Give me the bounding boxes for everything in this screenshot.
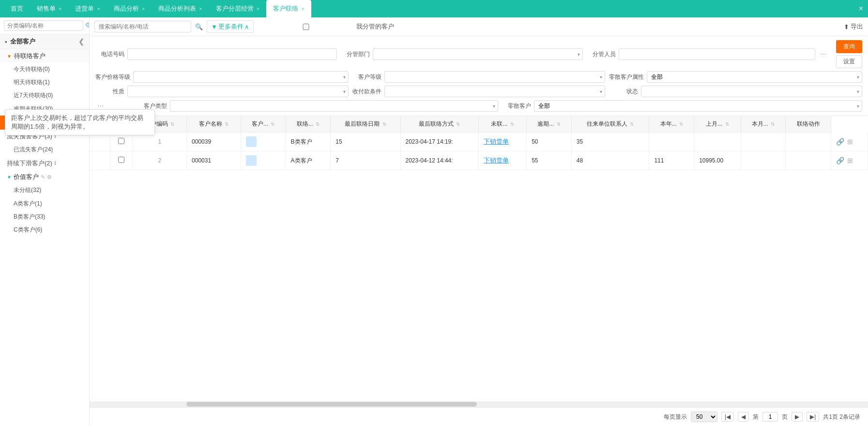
close-icon[interactable]: ×: [199, 6, 202, 12]
sidebar-group-waiting[interactable]: ▼ 待联络客户: [0, 49, 89, 63]
nav-item-sales[interactable]: 销售单 ×: [30, 0, 68, 17]
filter-bar: 🔍 ▼ 更多条件 ∧ 我分管的客户 ⬆ 导出: [90, 17, 868, 36]
close-icon[interactable]: ×: [142, 6, 145, 12]
sidebar-item-declining[interactable]: 持续下滑客户(2) ℹ: [0, 157, 89, 171]
filter-cell-customer-type: 客户类型 ▾: [138, 100, 498, 112]
horizontal-scrollbar[interactable]: [90, 401, 868, 407]
row-checkbox[interactable]: [118, 157, 124, 163]
close-icon[interactable]: ×: [301, 6, 304, 12]
overdue-header[interactable]: 逾期... ⇅: [527, 116, 572, 132]
sidebar-item-tomorrow[interactable]: 明天待联络(1): [0, 76, 89, 89]
customer-table: ⚙ 客户编码 ⇅ 客户名称 ⇅ 客户... ⇅ 联络... ⇅ 最后联络日期 ⇅…: [90, 116, 868, 170]
nav-item-purchase[interactable]: 进货单 ×: [68, 0, 107, 17]
sidebar-all-customers-header[interactable]: ▪ 全部客户 ❮: [0, 34, 89, 49]
retail-attr-select-wrapper: 全部 ▾: [647, 71, 862, 83]
person-input[interactable]: [619, 48, 815, 60]
status-select[interactable]: [641, 86, 862, 97]
retail-select[interactable]: 全部: [534, 100, 862, 112]
my-customer-checkbox[interactable]: [258, 24, 354, 30]
search-button[interactable]: 🔍: [195, 23, 203, 30]
price-level-select-wrapper: ▾: [133, 71, 349, 83]
close-icon[interactable]: ×: [59, 6, 61, 12]
scrollbar-thumb[interactable]: [186, 402, 477, 407]
sidebar-search-area: 🔍: [0, 17, 89, 34]
nature-label: 性质: [95, 88, 124, 96]
action-header: 联络动作: [786, 116, 831, 132]
grid-action-icon[interactable]: ⊞: [847, 138, 853, 146]
this-month-header[interactable]: 本月... ⇅: [741, 116, 786, 132]
sidebar-item-churned[interactable]: 已流失客户(24): [0, 143, 89, 156]
more-conditions-button[interactable]: ▼ 更多条件 ∧: [207, 20, 254, 33]
arrow-icon: ▼: [7, 175, 12, 180]
nav-item-customer-tier[interactable]: 客户分层经营 ×: [209, 0, 266, 17]
dept-select[interactable]: [373, 48, 582, 60]
export-button[interactable]: ⬆ 导出: [844, 22, 863, 31]
page-size-select[interactable]: 50 100 200: [691, 411, 717, 422]
nav-item-analysis-list[interactable]: 商品分析列表 ×: [152, 0, 209, 17]
contact-person-header[interactable]: 往来单位联系人 ⇅: [571, 116, 649, 132]
last-month-header[interactable]: 上月... ⇅: [694, 116, 741, 132]
row-overdue: 48: [571, 151, 649, 170]
settings-icon[interactable]: ⚙: [47, 174, 52, 180]
close-all-button[interactable]: ×: [859, 4, 863, 13]
un-contact-header[interactable]: 未联... ⇅: [479, 116, 527, 132]
dots-button[interactable]: ···: [818, 50, 828, 59]
grid-action-icon[interactable]: ⊞: [847, 157, 853, 164]
first-page-button[interactable]: |◀: [721, 412, 734, 422]
my-customer-checkbox-area[interactable]: 我分管的客户: [258, 22, 394, 31]
next-page-button[interactable]: ▶: [792, 412, 803, 422]
row-this-month: [786, 151, 831, 170]
last-page-button[interactable]: ▶|: [807, 412, 819, 422]
sidebar-item-today[interactable]: 今天待联络(0): [0, 63, 89, 76]
filter-icon: ▼: [211, 23, 217, 30]
sidebar-item-a-class[interactable]: A类客户(1): [0, 197, 89, 210]
nav-item-home[interactable]: 首页: [4, 0, 30, 17]
row-code: 000031: [187, 151, 241, 170]
sidebar-item-b-class[interactable]: B类客户(33): [0, 210, 89, 223]
page-number-input[interactable]: [762, 412, 778, 422]
settings-button[interactable]: 设置: [836, 55, 862, 68]
collapse-sidebar-button[interactable]: ❮: [78, 38, 84, 45]
retail-select-wrapper: 全部 ▾: [534, 100, 862, 112]
level-header[interactable]: 客户... ⇅: [241, 116, 286, 132]
last-contact-date-header[interactable]: 最后联络日期 ⇅: [331, 116, 400, 132]
close-icon[interactable]: ×: [97, 6, 100, 12]
row-checkbox-cell[interactable]: [110, 151, 133, 170]
page-suffix: 页: [782, 413, 788, 421]
price-level-label: 客户价格等级: [95, 73, 130, 81]
last-contact-method-header[interactable]: 最后联络方式 ⇅: [400, 116, 479, 132]
query-button[interactable]: 查询: [836, 40, 862, 53]
name-header[interactable]: 客户名称 ⇅: [187, 116, 241, 132]
close-icon[interactable]: ×: [257, 6, 259, 12]
status-label: 状态: [609, 88, 638, 96]
link-action-icon[interactable]: 🔗: [836, 138, 844, 146]
sidebar-item-7days[interactable]: 近7天待联络(0): [0, 89, 89, 102]
nature-select[interactable]: [127, 86, 349, 97]
edit-icon[interactable]: ✎: [41, 174, 45, 180]
filter-cell-phone: 电话号码: [95, 48, 337, 60]
filter-cell-dept: 分管部门 ▾: [341, 48, 582, 60]
retail-attr-select[interactable]: 全部: [647, 71, 862, 83]
payment-select[interactable]: [384, 86, 606, 97]
prev-page-button[interactable]: ◀: [738, 412, 749, 422]
contact-count-header[interactable]: 联络... ⇅: [286, 116, 331, 132]
customer-type-select[interactable]: [170, 100, 498, 112]
nav-item-analysis[interactable]: 商品分析 ×: [107, 0, 152, 17]
sidebar-group-value[interactable]: ▼ 价值客户 ✎ ⚙: [0, 170, 89, 184]
sidebar-search-input[interactable]: [4, 20, 83, 31]
row-name: [241, 151, 286, 170]
price-level-select[interactable]: [133, 71, 349, 83]
search-icon[interactable]: 🔍: [85, 22, 90, 29]
sidebar-item-ungrouped[interactable]: 未分组(32): [0, 184, 89, 197]
search-input[interactable]: [94, 21, 191, 32]
sidebar-item-c-class[interactable]: C类客户(6): [0, 223, 89, 236]
phone-input[interactable]: [127, 48, 337, 60]
customer-level-select[interactable]: [384, 71, 606, 83]
table-row: 1 000039 B类客户 15 2023-04-17 14:19: 下销货单 …: [90, 132, 868, 151]
link-action-icon[interactable]: 🔗: [836, 157, 844, 164]
nav-item-customer-contact[interactable]: 客户联络 ×: [266, 0, 311, 17]
this-year-header[interactable]: 本年... ⇅: [649, 116, 694, 132]
filter-row-2: 客户价格等级 ▾ 客户等级 ▾ 零散客户属性 全部: [95, 71, 862, 83]
payment-label: 收付款条件: [352, 88, 381, 96]
row-checkbox[interactable]: [118, 138, 124, 144]
